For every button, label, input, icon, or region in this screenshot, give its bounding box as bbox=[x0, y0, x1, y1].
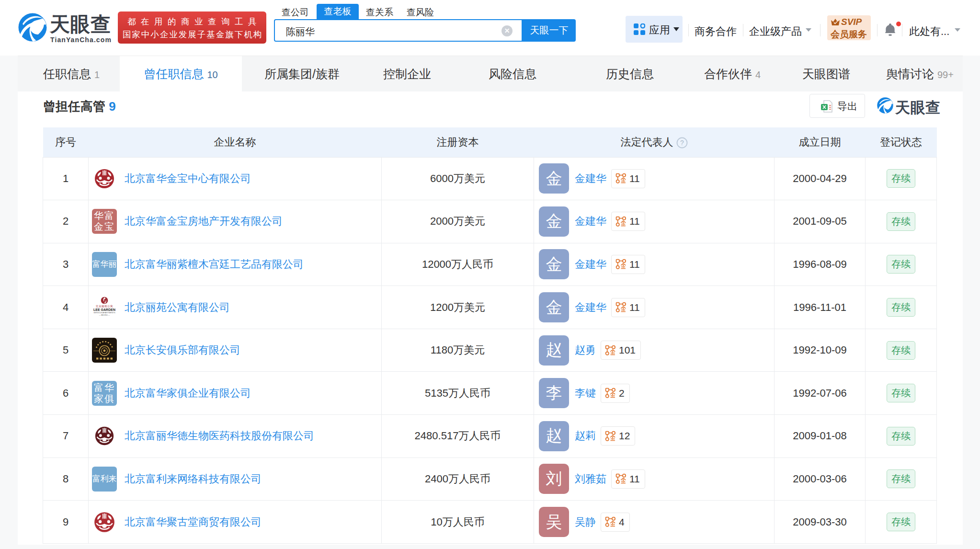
svg-text:?: ? bbox=[680, 139, 684, 147]
